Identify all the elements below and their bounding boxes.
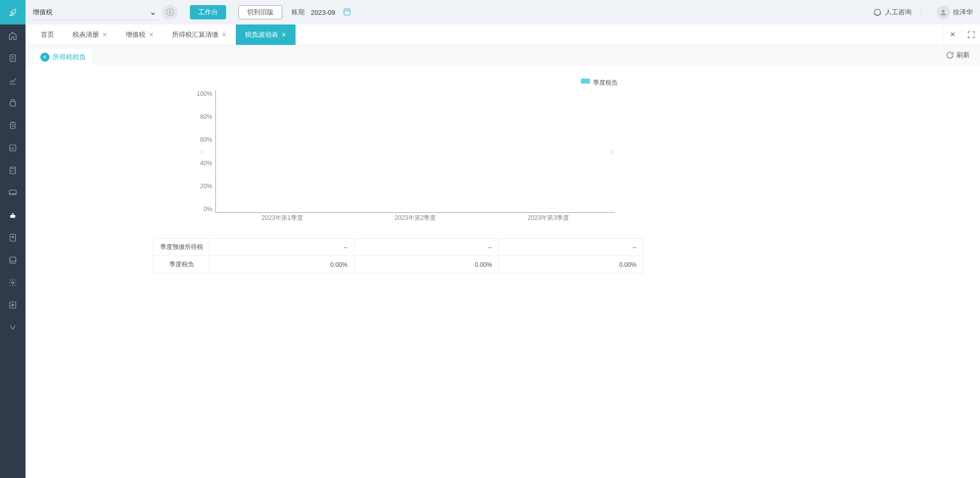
row-label: 季度预缴所得税 [154,239,210,256]
logo-feather-icon [0,0,26,24]
subtab-label: 所得税税负 [53,53,86,62]
cell-value: -- [499,239,643,256]
close-all-tabs-button[interactable]: ✕ [943,24,962,45]
chart-prev-button-2[interactable]: ‹ [197,90,208,213]
x-label: 2023年第2季度 [395,214,436,222]
tabs-bar: 首页税表清册✕增值税✕所得税汇算清缴✕税负波动表✕ ✕ [26,24,980,45]
user-menu[interactable]: 徐泽华 [937,6,973,19]
svg-rect-5 [9,190,16,195]
tab-2[interactable]: 增值税✕ [116,24,163,45]
cell-value: -- [210,239,354,256]
table-row: 季度预缴所得税------ [154,239,643,256]
dropdown-value: 增值税 [33,8,53,17]
x-label: 2023年第1季度 [262,214,303,222]
tab-label: 首页 [41,30,54,39]
nav-export-icon[interactable] [0,227,26,249]
chart-box: ‹ 100%80%60%40%20%0% 2023年第1季度2023年第2季度2… [179,90,618,223]
tab-label: 所得税汇算清缴 [172,30,218,39]
chart-wrap: 季度税负 ‹ 100%80%60%40%20%0% 2023年第1季度2023年… [179,76,960,273]
cell-value: 0.00% [354,256,499,273]
tab-1[interactable]: 税表清册✕ [63,24,116,45]
nav-inbox-icon[interactable] [0,249,26,271]
subtabs-bar: ≡ 所得税税负 刷新 [26,45,980,65]
nav-report-icon[interactable] [0,137,26,159]
chart-plot: 2023年第1季度2023年第2季度2023年第3季度 [215,90,615,213]
tab-label: 增值税 [126,30,145,39]
consult-button[interactable]: 人工咨询 [873,8,912,17]
subtab-income-tax-burden[interactable]: ≡ 所得税税负 [33,48,93,65]
divider [921,7,921,17]
tab-3[interactable]: 所得税汇算清缴✕ [163,24,236,45]
topbar: 增值税 ⌄ 工作台 切到旧版 账期 2023-09 人工咨询 [26,0,980,24]
main-area: 增值税 ⌄ 工作台 切到旧版 账期 2023-09 人工咨询 [26,0,980,478]
data-table: 季度预缴所得税------季度税负0.00%0.00%0.00% [153,238,643,273]
workspace-button[interactable]: 工作台 [190,5,226,19]
x-label: 2023年第3季度 [528,214,569,222]
legend-swatch [581,79,590,84]
consult-label: 人工咨询 [885,8,912,17]
close-icon[interactable]: ✕ [149,31,154,38]
nav-tax-icon[interactable] [0,204,26,227]
cell-value: 0.00% [210,256,354,273]
nav-chart-icon[interactable] [0,69,26,92]
list-round-button[interactable] [162,5,178,20]
x-axis-labels: 2023年第1季度2023年第2季度2023年第3季度 [216,214,615,222]
period-value: 2023-09 [311,9,335,16]
nav-v-icon[interactable] [0,316,26,339]
nav-clipboard-icon[interactable] [0,114,26,137]
old-version-button[interactable]: 切到旧版 [238,5,282,19]
cell-value: -- [354,239,499,256]
content-panel: 季度税负 ‹ 100%80%60%40%20%0% 2023年第1季度2023年… [26,65,980,478]
close-icon[interactable]: ✕ [281,31,286,38]
legend-label: 季度税负 [593,79,618,87]
nav-bag-icon[interactable] [0,92,26,114]
tab-label: 税表清册 [72,30,99,39]
entity-dropdown[interactable]: 增值税 ⌄ [31,4,158,20]
tab-0[interactable]: 首页 [32,24,63,45]
close-icon[interactable]: ✕ [222,31,227,38]
close-icon[interactable]: ✕ [102,31,107,38]
cell-value: 0.00% [499,256,643,273]
nav-screen-icon[interactable] [0,182,26,204]
table-row: 季度税负0.00%0.00%0.00% [154,256,643,273]
nav-home-icon[interactable] [0,24,26,47]
svg-rect-8 [10,302,16,308]
svg-rect-1 [10,102,16,106]
nav-settings-icon[interactable] [0,271,26,294]
tab-label: 税负波动表 [245,30,278,39]
nav-play-icon[interactable] [0,294,26,316]
svg-point-12 [942,10,944,12]
period-label: 账期 [291,8,305,17]
chart-legend: 季度税负 [179,79,618,87]
svg-point-7 [12,282,14,284]
chevron-down-icon: ⌄ [150,7,156,17]
refresh-label: 刷新 [957,51,970,60]
svg-rect-2 [11,122,15,129]
subtab-icon: ≡ [40,53,50,62]
sidebar [0,0,26,478]
nav-calc-icon[interactable] [0,159,26,182]
username: 徐泽华 [953,8,973,17]
nav-doc-icon[interactable] [0,47,26,69]
row-label: 季度税负 [154,256,210,273]
fullscreen-button[interactable] [962,24,980,45]
svg-rect-4 [10,167,16,174]
refresh-button[interactable]: 刷新 [945,45,970,65]
calendar-icon[interactable] [342,7,352,18]
tab-4[interactable]: 税负波动表✕ [236,24,296,45]
svg-rect-10 [344,9,350,15]
avatar-icon [937,6,950,19]
svg-point-11 [874,9,880,15]
